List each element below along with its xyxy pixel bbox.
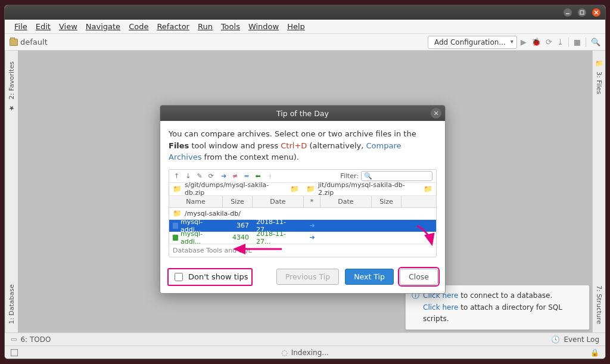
menu-refactor[interactable]: Refactor — [153, 21, 193, 32]
menu-code[interactable]: Code — [125, 21, 152, 32]
dont-show-tips-label: Don't show tips — [188, 272, 248, 281]
run-icon[interactable]: ▶ — [521, 38, 527, 46]
window-close-icon[interactable] — [592, 8, 600, 17]
main-toolbar: default Add Configuration... ▶ 🐞 ⟳ ⤓ ■ 🔍 — [5, 34, 605, 51]
diff-table-header: Name Size Date * Date Size — [169, 196, 436, 208]
dialog-titlebar: Tip of the Day ✕ — [160, 105, 445, 121]
folder-icon: 📁 — [173, 209, 182, 217]
menu-window[interactable]: Window — [245, 21, 282, 32]
event-log-icon: 🕓 — [551, 335, 560, 344]
right-tool-gutter: 📁 3: Files 7: Structure — [592, 51, 605, 332]
dont-show-tips-checkbox[interactable]: Don't show tips — [167, 268, 253, 286]
window-minimize-icon[interactable] — [564, 8, 572, 17]
edit-icon: ✎ — [195, 172, 203, 180]
menu-tools[interactable]: Tools — [217, 21, 244, 32]
db-icon — [173, 235, 178, 241]
tip-text: You can compare archives. Select one or … — [169, 128, 437, 163]
arrow-down-icon: ↓ — [184, 172, 192, 180]
menu-view[interactable]: View — [55, 21, 81, 32]
status-tool-windows-icon[interactable] — [11, 349, 18, 356]
left-archive-path: 📁s/git/dumps/mysql-sakila-db.zip📁 — [169, 181, 303, 197]
main-menu-bar: File Edit View Navigate Code Refactor Ru… — [5, 20, 605, 34]
tool-structure-tab[interactable]: 7: Structure — [595, 283, 603, 326]
todo-tab[interactable]: 6: TODO — [20, 335, 51, 344]
folder-icon: 📁 — [424, 185, 432, 193]
os-titlebar — [5, 5, 605, 20]
not-equal-icon: ≠ — [231, 172, 239, 180]
arrow-up-icon: ↑ — [173, 172, 180, 180]
search-everywhere-icon[interactable]: 🔍 — [591, 38, 600, 46]
diff-row-added[interactable]: mysql-addi... 4340 2018-11-27... ➔ — [169, 232, 436, 244]
add-configuration-dropdown[interactable]: Add Configuration... — [428, 36, 517, 49]
status-lock-icon[interactable]: 🔒 — [590, 349, 599, 357]
menu-help[interactable]: Help — [284, 21, 309, 32]
project-folder-icon — [10, 39, 18, 46]
filter-label: Filter: — [340, 172, 359, 180]
menu-navigate[interactable]: Navigate — [82, 21, 124, 32]
dialog-footer: Don't show tips Previous Tip Next Tip Cl… — [160, 263, 445, 293]
folder-icon: 📁 — [306, 185, 315, 193]
stop-icon[interactable]: ■ — [574, 38, 581, 46]
coverage-icon[interactable]: ⟳ — [546, 38, 552, 46]
window-maximize-icon[interactable] — [578, 8, 586, 17]
status-text: Indexing... — [291, 349, 329, 357]
refresh-icon: ⟳ — [207, 172, 215, 180]
arrow-right-blue-icon: ➔ — [220, 172, 228, 180]
arrow-left-green-icon: ⬅ — [254, 172, 262, 180]
search-icon: 🔍 — [364, 172, 372, 180]
right-archive-path: 📁jit/dumps/mysql-sakila-db-2.zip📁 — [303, 181, 436, 197]
folder-icon: 📁 — [173, 185, 182, 193]
debug-icon[interactable]: 🐞 — [531, 38, 541, 46]
tool-files-tab[interactable]: 📁 3: Files — [595, 57, 603, 99]
left-tool-gutter: 1: Database ★ 2: Favorites — [5, 51, 18, 332]
dont-show-tips-input[interactable] — [175, 273, 183, 281]
tool-favorites-tab[interactable]: ★ 2: Favorites — [8, 57, 15, 114]
breadcrumb-project: default — [20, 38, 48, 46]
breadcrumb[interactable]: default — [10, 38, 48, 46]
status-bar: ◌ Indexing... 🔒 — [5, 346, 605, 359]
previous-tip-button[interactable]: Previous Tip — [276, 269, 339, 285]
filter-input[interactable]: 🔍 — [361, 171, 432, 181]
indexing-spinner-icon: ◌ — [281, 349, 287, 357]
tip-illustration: ↑ ↓ ✎ ⟳ ➔ ≠ = ⬅ ᚼ Filter: 🔍 📁s/gi — [169, 169, 437, 257]
attach-dir-link[interactable]: Click here — [423, 303, 458, 312]
menu-edit[interactable]: Edit — [32, 21, 54, 32]
person-icon: ᚼ — [267, 172, 273, 180]
tool-database-tab[interactable]: 1: Database — [8, 282, 15, 326]
bottom-tool-strip: ▭ 6: TODO 🕓 Event Log — [5, 332, 605, 346]
tip-of-the-day-dialog: Tip of the Day ✕ You can compare archive… — [160, 105, 446, 294]
tool-window-toggle-icon[interactable]: ▭ — [11, 335, 17, 343]
equal-icon: = — [242, 172, 250, 180]
next-tip-button[interactable]: Next Tip — [345, 269, 394, 285]
svg-rect-1 — [580, 11, 584, 14]
profile-icon[interactable]: ⤓ — [557, 38, 564, 46]
dialog-close-icon[interactable]: ✕ — [431, 108, 441, 119]
menu-file[interactable]: File — [11, 21, 31, 32]
folder-icon: 📁 — [290, 185, 299, 193]
run-toolbar-icons: ▶ 🐞 ⟳ ⤓ ■ 🔍 — [521, 38, 600, 47]
close-button[interactable]: Close — [400, 269, 438, 285]
balloon-line1-rest: to connect to a database. — [458, 291, 552, 300]
dialog-title: Tip of the Day — [276, 109, 329, 118]
tip-caption: Database Tools and SQL — [169, 244, 436, 257]
event-log-tab[interactable]: Event Log — [564, 335, 599, 344]
db-icon — [173, 223, 178, 229]
menu-run[interactable]: Run — [194, 21, 216, 32]
